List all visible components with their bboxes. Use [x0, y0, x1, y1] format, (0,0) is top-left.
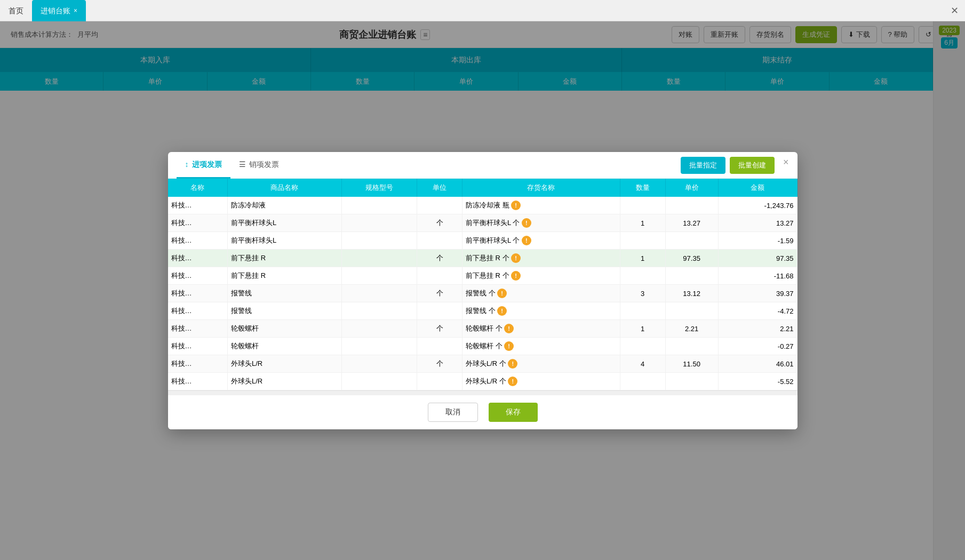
cell-company: 科技…: [168, 320, 228, 338]
cell-quantity: 1: [620, 214, 665, 232]
table-row[interactable]: 科技… 外球头L/R 个 外球头L/R 个 ! 4 11.50 46.01: [168, 355, 797, 373]
table-header-row: 名称 商品名称 规格型号 单位 存货名称 数量 单价 金额: [168, 179, 797, 197]
table-row[interactable]: 科技… 外球头L/R 外球头L/R 个 ! -5.52: [168, 373, 797, 390]
table-row[interactable]: 科技… 报警线 报警线 个 ! -4.72: [168, 302, 797, 320]
cell-amount: -1,243.76: [718, 197, 797, 214]
cell-company: 科技…: [168, 214, 228, 232]
cell-company: 科技…: [168, 355, 228, 373]
cell-quantity: 1: [620, 250, 665, 267]
modal-footer: 取消 保存: [168, 395, 797, 429]
table-row[interactable]: 科技… 前平衡杆球头L 前平衡杆球头L 个 ! -1.59: [168, 232, 797, 250]
table-row[interactable]: 科技… 前下悬挂 R 前下悬挂 R 个 ! -11.68: [168, 267, 797, 285]
cell-unitprice: 2.21: [665, 320, 718, 338]
cell-quantity: [620, 232, 665, 250]
table-row[interactable]: 科技… 前下悬挂 R 个 前下悬挂 R 个 ! 1 97.35 97.35: [168, 250, 797, 267]
batch-assign-button[interactable]: 批量指定: [681, 157, 725, 174]
cell-company: 科技…: [168, 232, 228, 250]
cell-product: 防冻冷却液: [228, 197, 342, 214]
cell-unitprice: 13.27: [665, 214, 718, 232]
cell-amount: -5.52: [718, 373, 797, 390]
cell-quantity: 3: [620, 285, 665, 302]
cell-amount: 2.21: [718, 320, 797, 338]
cell-inventory: 报警线 个 !: [462, 285, 620, 302]
table-row[interactable]: 科技… 前平衡杆球头L 个 前平衡杆球头L 个 ! 1 13.27 13.27: [168, 214, 797, 232]
modal-dialog: ↕ 进项发票 ☰ 销项发票 批量指定 批量创建 ×: [168, 152, 797, 429]
cell-spec: [341, 373, 417, 390]
cell-product: 报警线: [228, 285, 342, 302]
cell-unit: [417, 338, 462, 355]
cell-unit: [417, 302, 462, 320]
table-row[interactable]: 科技… 防冻冷却液 防冻冷却液 瓶 ! -1,243.76: [168, 197, 797, 214]
horizontal-scrollbar[interactable]: [168, 390, 797, 395]
cell-inventory: 前下悬挂 R 个 !: [462, 250, 620, 267]
cell-unit: 个: [417, 320, 462, 338]
col-header-quantity: 数量: [620, 179, 665, 197]
cell-unit: [417, 232, 462, 250]
cell-quantity: [620, 302, 665, 320]
col-header-unitprice: 单价: [665, 179, 718, 197]
cell-amount: -1.59: [718, 232, 797, 250]
cell-amount: -11.68: [718, 267, 797, 285]
cell-inventory: 防冻冷却液 瓶 !: [462, 197, 620, 214]
cell-product: 前下悬挂 R: [228, 267, 342, 285]
cell-company: 科技…: [168, 302, 228, 320]
col-header-name: 名称: [168, 179, 228, 197]
cell-unit: [417, 373, 462, 390]
cell-product: 前平衡杆球头L: [228, 232, 342, 250]
cell-inventory: 外球头L/R 个 !: [462, 373, 620, 390]
cell-unit: 个: [417, 250, 462, 267]
cell-inventory: 前平衡杆球头L 个 !: [462, 232, 620, 250]
cell-quantity: [620, 373, 665, 390]
cancel-button[interactable]: 取消: [428, 403, 478, 422]
cell-inventory: 前下悬挂 R 个 !: [462, 267, 620, 285]
cell-product: 轮毂螺杆: [228, 338, 342, 355]
window-close-icon[interactable]: ✕: [951, 5, 959, 17]
cell-company: 科技…: [168, 197, 228, 214]
batch-create-button[interactable]: 批量创建: [730, 157, 775, 174]
warning-icon: !: [522, 236, 531, 245]
warning-icon: !: [511, 253, 521, 263]
cell-inventory: 轮毂螺杆 个 !: [462, 338, 620, 355]
save-button[interactable]: 保存: [489, 403, 538, 422]
cell-amount: 46.01: [718, 355, 797, 373]
modal-close-icon[interactable]: ×: [783, 157, 789, 174]
cell-company: 科技…: [168, 267, 228, 285]
cell-company: 科技…: [168, 373, 228, 390]
warning-icon: !: [508, 377, 517, 386]
cell-unitprice: [665, 232, 718, 250]
cell-quantity: 4: [620, 355, 665, 373]
tab-close-icon[interactable]: ×: [74, 0, 77, 21]
cell-amount: -0.27: [718, 338, 797, 355]
modal-table-container[interactable]: 名称 商品名称 规格型号 单位 存货名称 数量 单价 金额 科技… 防冻冷却液: [168, 179, 797, 390]
cell-inventory: 外球头L/R 个 !: [462, 355, 620, 373]
table-row[interactable]: 科技… 轮毂螺杆 个 轮毂螺杆 个 ! 1 2.21 2.21: [168, 320, 797, 338]
tab-home[interactable]: 首页: [0, 0, 32, 21]
cell-quantity: 1: [620, 320, 665, 338]
warning-icon: !: [504, 324, 514, 333]
cell-unit: 个: [417, 214, 462, 232]
table-row[interactable]: 科技… 轮毂螺杆 轮毂螺杆 个 ! -0.27: [168, 338, 797, 355]
tab-ledger[interactable]: 进销台账 ×: [32, 0, 86, 21]
tab-bar: 首页 进销台账 × ✕: [0, 0, 965, 21]
tab-inbound-invoice[interactable]: ↕ 进项发票: [177, 152, 230, 179]
cell-amount: 97.35: [718, 250, 797, 267]
warning-icon: !: [497, 289, 507, 298]
outbound-tab-icon: ☰: [239, 152, 246, 178]
cell-unitprice: [665, 267, 718, 285]
cell-product: 前平衡杆球头L: [228, 214, 342, 232]
cell-spec: [341, 285, 417, 302]
col-header-spec: 规格型号: [341, 179, 417, 197]
cell-inventory: 报警线 个 !: [462, 302, 620, 320]
inbound-tab-icon: ↕: [185, 152, 189, 178]
table-row[interactable]: 科技… 报警线 个 报警线 个 ! 3 13.12 39.37: [168, 285, 797, 302]
cell-unitprice: [665, 197, 718, 214]
cell-amount: 13.27: [718, 214, 797, 232]
cell-unitprice: [665, 373, 718, 390]
cell-spec: [341, 302, 417, 320]
cell-unit: [417, 197, 462, 214]
cell-unit: 个: [417, 285, 462, 302]
modal-overlay: ↕ 进项发票 ☰ 销项发票 批量指定 批量创建 ×: [0, 21, 965, 560]
cell-product: 前下悬挂 R: [228, 250, 342, 267]
tab-outbound-invoice[interactable]: ☰ 销项发票: [230, 152, 288, 179]
cell-spec: [341, 320, 417, 338]
